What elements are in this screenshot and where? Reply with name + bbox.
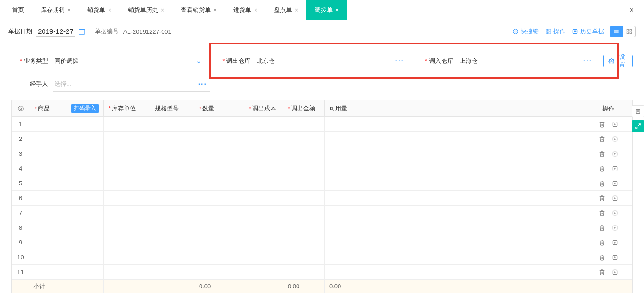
- cell-qty[interactable]: [194, 250, 244, 264]
- cell-product[interactable]: [30, 265, 104, 279]
- cell-qty[interactable]: [194, 146, 244, 161]
- grid-settings[interactable]: [12, 100, 30, 116]
- table-row[interactable]: 4: [12, 161, 632, 176]
- add-icon[interactable]: [612, 269, 618, 275]
- table-row[interactable]: 8: [12, 220, 632, 235]
- delete-icon[interactable]: [599, 195, 605, 201]
- close-icon[interactable]: ×: [213, 7, 217, 13]
- cell-unit[interactable]: [104, 146, 150, 161]
- cell-spec[interactable]: [150, 191, 194, 205]
- cell-amount[interactable]: [283, 146, 325, 161]
- cell-product[interactable]: [30, 132, 104, 146]
- cell-qty[interactable]: [194, 117, 244, 131]
- delete-icon[interactable]: [599, 225, 605, 231]
- cell-spec[interactable]: [150, 250, 194, 264]
- cell-cost[interactable]: [244, 250, 283, 264]
- cell-product[interactable]: [30, 161, 104, 176]
- cell-amount[interactable]: [283, 265, 325, 279]
- add-icon[interactable]: [612, 210, 618, 216]
- tab-stocktake[interactable]: 盘点单×: [266, 0, 306, 20]
- biz-type-value[interactable]: 同价调拨: [53, 54, 204, 68]
- cell-cost[interactable]: [244, 265, 283, 279]
- cell-spec[interactable]: [150, 235, 194, 250]
- cell-qty[interactable]: [194, 176, 244, 190]
- delete-icon[interactable]: [599, 151, 605, 157]
- delete-icon[interactable]: [599, 136, 605, 142]
- cell-cost[interactable]: [244, 206, 283, 220]
- cell-cost[interactable]: [244, 220, 283, 235]
- table-row[interactable]: 9: [12, 235, 632, 250]
- chevron-down-icon[interactable]: ⌄: [196, 57, 201, 65]
- add-icon[interactable]: [612, 254, 618, 261]
- close-icon[interactable]: ×: [67, 7, 71, 13]
- cell-product[interactable]: [30, 176, 104, 190]
- tab-transfer[interactable]: 调拨单×: [306, 0, 347, 20]
- delete-icon[interactable]: [599, 165, 605, 172]
- to-warehouse-value[interactable]: 上海仓: [458, 54, 595, 68]
- delete-icon[interactable]: [599, 254, 605, 261]
- close-icon[interactable]: ×: [254, 7, 257, 13]
- add-icon[interactable]: [612, 180, 618, 187]
- date-value[interactable]: 2019-12-27: [36, 26, 75, 37]
- delete-icon[interactable]: [599, 210, 605, 216]
- more-icon[interactable]: ···: [395, 57, 404, 65]
- cell-qty[interactable]: [194, 191, 244, 205]
- close-icon[interactable]: ×: [108, 7, 111, 13]
- cell-qty[interactable]: [194, 161, 244, 176]
- table-row[interactable]: 6: [12, 191, 632, 206]
- cell-qty[interactable]: [194, 206, 244, 220]
- table-row[interactable]: 10: [12, 250, 632, 265]
- scan-entry-button[interactable]: 扫码录入: [71, 104, 99, 113]
- cell-amount[interactable]: [283, 161, 325, 176]
- cell-unit[interactable]: [104, 132, 150, 146]
- tab-sales-order[interactable]: 销货单×: [79, 0, 120, 20]
- cell-spec[interactable]: [150, 206, 194, 220]
- cell-product[interactable]: [30, 206, 104, 220]
- shortcut-link[interactable]: 快捷键: [512, 27, 539, 36]
- table-row[interactable]: 11: [12, 265, 632, 280]
- cell-cost[interactable]: [244, 117, 283, 131]
- cell-qty[interactable]: [194, 132, 244, 146]
- close-all-tabs[interactable]: ×: [623, 6, 640, 14]
- cell-amount[interactable]: [283, 191, 325, 205]
- cell-cost[interactable]: [244, 132, 283, 146]
- calendar-icon[interactable]: [78, 28, 85, 35]
- operate-link[interactable]: 操作: [545, 27, 565, 36]
- close-icon[interactable]: ×: [295, 7, 298, 13]
- cell-qty[interactable]: [194, 235, 244, 250]
- table-row[interactable]: 3: [12, 146, 632, 161]
- cell-spec[interactable]: [150, 220, 194, 235]
- tab-view-sales[interactable]: 查看销货单×: [172, 0, 225, 20]
- cell-amount[interactable]: [283, 117, 325, 131]
- cell-unit[interactable]: [104, 191, 150, 205]
- delete-icon[interactable]: [599, 121, 605, 128]
- cell-unit[interactable]: [104, 161, 150, 176]
- expand-float-button[interactable]: [632, 120, 644, 132]
- table-row[interactable]: 1: [12, 117, 632, 132]
- notes-float-button[interactable]: [632, 105, 644, 117]
- cell-unit[interactable]: [104, 250, 150, 264]
- tab-sales-history[interactable]: 销货单历史×: [120, 0, 172, 20]
- table-row[interactable]: 7: [12, 206, 632, 220]
- tab-purchase[interactable]: 进货单×: [225, 0, 266, 20]
- tab-inventory-init[interactable]: 库存期初×: [32, 0, 79, 20]
- cell-spec[interactable]: [150, 176, 194, 190]
- cell-amount[interactable]: [283, 220, 325, 235]
- close-icon[interactable]: ×: [335, 7, 339, 13]
- from-warehouse-value[interactable]: 北京仓: [255, 54, 407, 68]
- add-icon[interactable]: [612, 136, 618, 142]
- cell-product[interactable]: [30, 220, 104, 235]
- add-icon[interactable]: [612, 195, 618, 201]
- history-link[interactable]: 历史单据: [572, 27, 604, 36]
- add-icon[interactable]: [612, 225, 618, 231]
- biz-type-field[interactable]: 业务类型 同价调拨 ⌄: [11, 54, 204, 68]
- cell-spec[interactable]: [150, 146, 194, 161]
- cell-amount[interactable]: [283, 206, 325, 220]
- cell-spec[interactable]: [150, 132, 194, 146]
- more-icon[interactable]: ···: [583, 57, 592, 65]
- cell-unit[interactable]: [104, 235, 150, 250]
- to-warehouse-field[interactable]: 调入仓库 上海仓 ···: [416, 54, 595, 68]
- cell-spec[interactable]: [150, 117, 194, 131]
- handler-field[interactable]: 经手人 选择... ···: [11, 77, 210, 92]
- cell-unit[interactable]: [104, 176, 150, 190]
